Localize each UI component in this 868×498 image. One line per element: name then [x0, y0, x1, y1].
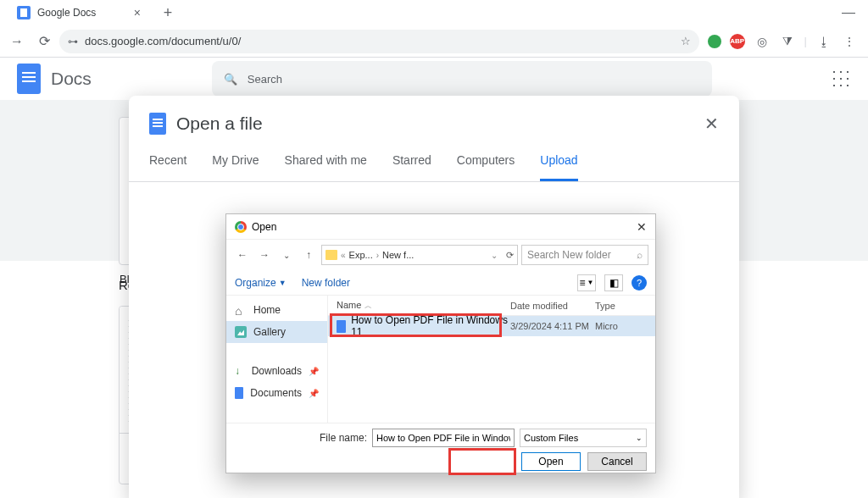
filename-input[interactable] [372, 429, 515, 447]
sidebar-label: Home [253, 304, 281, 316]
filename-label: File name: [320, 432, 367, 444]
site-info-icon[interactable]: ⊶ [68, 36, 78, 47]
chevron-down-icon[interactable]: ⌄ [491, 251, 498, 260]
file-row[interactable]: How to Open PDF File in Windows 11 3/29/… [328, 316, 655, 336]
sidebar-item-documents[interactable]: Documents 📌 [226, 382, 327, 404]
tab-shared[interactable]: Shared with me [285, 153, 367, 181]
cancel-button[interactable]: Cancel [587, 452, 647, 471]
window-minimize-icon[interactable]: — [842, 5, 855, 20]
document-icon [235, 387, 243, 399]
pin-icon: 📌 [309, 389, 319, 398]
col-type[interactable]: Type [595, 301, 655, 311]
nav-up-icon[interactable]: ↑ [299, 246, 318, 264]
sidebar-item-gallery[interactable]: Gallery [226, 321, 327, 343]
forward-button[interactable]: → [5, 30, 29, 53]
dialog-close-icon[interactable]: ✕ [637, 220, 647, 234]
extension-icon[interactable]: ◎ [754, 33, 771, 50]
help-icon[interactable]: ? [632, 275, 647, 290]
docs-icon [149, 113, 166, 135]
gallery-icon [235, 326, 247, 338]
breadcrumb[interactable]: New f... [382, 250, 414, 260]
dialog-search[interactable]: Search New folder ⌕ [521, 245, 648, 265]
sort-indicator-icon: ︿ [364, 302, 372, 310]
open-button[interactable]: Open [521, 452, 581, 471]
word-file-icon [337, 320, 346, 333]
dialog-title: Open [252, 221, 276, 233]
file-date: 3/29/2024 4:11 PM [510, 321, 595, 331]
new-folder-button[interactable]: New folder [302, 277, 350, 289]
tab-my-drive[interactable]: My Drive [212, 153, 259, 181]
sidebar-label: Documents [250, 387, 302, 399]
browser-menu-icon[interactable]: ⋮ [841, 33, 858, 50]
dialog-footer: File name: Custom Files⌄ Open Cancel [226, 423, 655, 476]
reload-button[interactable]: ⟳ [32, 30, 56, 53]
tab-starred[interactable]: Starred [392, 153, 431, 181]
nav-recent-icon[interactable]: ⌄ [277, 246, 296, 264]
modal-close-icon[interactable]: ✕ [704, 113, 719, 134]
view-list-icon[interactable]: ≡▼ [577, 274, 596, 291]
tab-upload[interactable]: Upload [540, 153, 577, 181]
search-icon: ⌕ [637, 249, 643, 261]
folder-icon [326, 250, 337, 260]
extensions-menu-icon[interactable]: ⧩ [779, 33, 796, 50]
native-file-dialog: Open ✕ ← → ⌄ ↑ « Exp... › New f... ⌄ ⟳ S… [225, 213, 656, 473]
sidebar-label: Downloads [252, 365, 302, 377]
organize-menu[interactable]: Organize▼ [235, 277, 287, 289]
tab-close-icon[interactable]: × [134, 6, 141, 19]
browser-toolbar: → ⟳ ⊶ docs.google.com/document/u/0/ ☆ AB… [0, 25, 868, 58]
extension-icon[interactable] [708, 35, 721, 48]
browser-tab[interactable]: Google Docs × [7, 1, 151, 25]
home-icon [235, 304, 247, 316]
breadcrumb[interactable]: Exp... [349, 250, 373, 260]
file-list: Name︿ Date modified Type How to Open PDF… [328, 296, 655, 423]
browser-tab-strip: Google Docs × + — [0, 0, 868, 25]
abp-extension-icon[interactable]: ABP [730, 34, 745, 49]
preview-pane-icon[interactable]: ◧ [604, 274, 623, 291]
col-name[interactable]: Name︿ [337, 300, 510, 312]
modal-title: Open a file [176, 113, 263, 134]
annotation-highlight [448, 448, 516, 475]
column-headers: Name︿ Date modified Type [328, 296, 655, 316]
sidebar-label: Gallery [253, 326, 286, 338]
extension-icons: ABP ◎ ⧩ | ⭳ ⋮ [703, 33, 863, 50]
address-bar[interactable]: ⊶ docs.google.com/document/u/0/ ☆ [59, 30, 699, 53]
docs-favicon [17, 6, 31, 19]
tab-computers[interactable]: Computers [457, 153, 515, 181]
file-filter-dropdown[interactable]: Custom Files⌄ [520, 429, 647, 447]
dialog-sidebar: Home Gallery Downloads 📌 Documents 📌 [226, 296, 328, 423]
bookmark-star-icon[interactable]: ☆ [681, 35, 691, 47]
download-icon [235, 365, 245, 377]
chrome-icon [235, 221, 247, 233]
file-name: How to Open PDF File in Windows 11 [351, 314, 510, 338]
tab-title: Google Docs [37, 7, 96, 19]
col-date[interactable]: Date modified [510, 301, 595, 311]
dialog-titlebar: Open ✕ [226, 214, 655, 240]
dialog-toolbar: Organize▼ New folder ≡▼ ◧ ? [226, 270, 655, 296]
nav-forward-icon[interactable]: → [255, 246, 274, 264]
nav-back-icon[interactable]: ← [233, 246, 252, 264]
dialog-nav: ← → ⌄ ↑ « Exp... › New f... ⌄ ⟳ Search N… [226, 240, 655, 270]
sidebar-item-home[interactable]: Home [226, 299, 327, 321]
download-icon[interactable]: ⭳ [815, 33, 832, 50]
tab-recent[interactable]: Recent [149, 153, 186, 181]
url-text: docs.google.com/document/u/0/ [85, 35, 241, 47]
pin-icon: 📌 [309, 367, 319, 376]
new-tab-button[interactable]: + [158, 3, 178, 23]
search-placeholder: Search New folder [527, 249, 611, 261]
breadcrumb-path[interactable]: « Exp... › New f... ⌄ ⟳ [321, 245, 518, 265]
modal-tabs: Recent My Drive Shared with me Starred C… [129, 138, 739, 182]
sidebar-item-downloads[interactable]: Downloads 📌 [226, 360, 327, 382]
file-type: Micro [595, 321, 655, 331]
refresh-icon[interactable]: ⟳ [506, 250, 514, 261]
